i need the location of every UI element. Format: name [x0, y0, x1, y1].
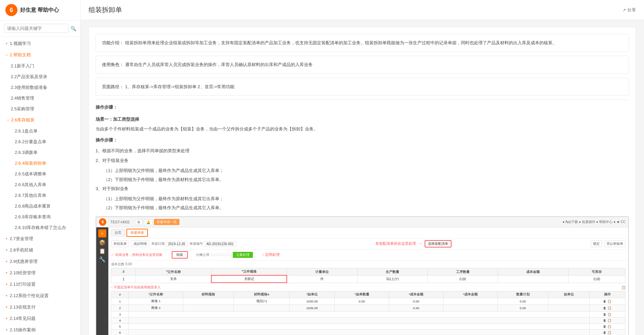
main-content: 组装拆卸单 ↗ 分享 功能介绍： 组装拆卸单用来处理企业组装或拆卸等加工业务，支…	[80, 0, 644, 335]
intro-label: 功能介绍：	[102, 40, 124, 45]
table-row: 3 🗑 📋	[111, 312, 626, 318]
sim-content-area: 自页 新建单据 本组装单 成品明细 单据日期 2019-12-26	[108, 227, 628, 335]
search-input[interactable]	[4, 24, 68, 33]
ops-label: 操作步骤：	[96, 136, 629, 144]
cases-expand-icon: +	[5, 328, 8, 332]
sim-lock-btn[interactable]: 锁定	[591, 240, 602, 247]
path-text: 1、库存核算->库存管理->组装拆卸单 2、首页->常用功能	[125, 84, 235, 89]
sidebar-item-stock-7[interactable]: 2.6.7其他出库单	[0, 190, 80, 201]
sim-col-cost: 成本金额	[498, 268, 569, 276]
sidebar-item-stock-4[interactable]: 2.6.4组装拆卸单	[0, 158, 80, 169]
sidebar-item-stock-8[interactable]: 2.6.8商品成本重算	[0, 201, 80, 212]
print-expand-icon: +	[5, 282, 8, 287]
sidebar-item-mobile[interactable]: + 2.8手机旺辅	[0, 244, 80, 256]
sim-tab-home[interactable]: 自页	[111, 229, 125, 236]
sim-docno-field: 单据编号 AD-20191226-001	[190, 241, 236, 247]
sim-top-right-icons: ● App下载 ● 拓展插件 ● 帮助中心 ● ★ CC	[562, 220, 626, 224]
share-button[interactable]: ↗ 分享	[623, 7, 636, 13]
sidebar-item-sales[interactable]: 2.4销售管理	[0, 93, 80, 104]
sim-nav-icon-1[interactable]: 📦	[99, 239, 106, 246]
sim-parent-spec-cell[interactable]: 关联记	[211, 275, 287, 283]
sim-allocate-input[interactable]	[211, 254, 231, 256]
search-area: 🔍	[0, 20, 80, 37]
sim-tab-new[interactable]: 新建单据	[126, 229, 148, 237]
table-row: 1 关禾 关联记 件 1以上(+) 0.00 0.00	[111, 275, 626, 283]
sidebar-item-finance[interactable]: + 2.7资金管理	[0, 233, 80, 244]
sidebar-item-print[interactable]: + 2.11打印设置	[0, 279, 80, 290]
sim-btn-product-detail[interactable]: 成品明细	[131, 240, 149, 247]
faq-expand-icon: +	[5, 316, 8, 321]
sidebar-item-stock-3[interactable]: 2.6.3调拨单	[0, 147, 80, 158]
table-row: 1 粮食 1 项目(+) 1030.00 0.00 0.00	[111, 298, 626, 305]
table-row: 6 🗑 📋	[111, 330, 626, 335]
search-button[interactable]: 🔍	[70, 26, 76, 31]
stock-collapse-icon: −	[7, 118, 9, 122]
sidebar-item-stock-5[interactable]: 2.6.5成本调整单	[0, 169, 80, 179]
payment-expand-icon: +	[5, 305, 8, 310]
screenshot: 6 TEST-H002 ⚙ 🔔 新建单据一览 ● App下载 ● 拓展插件 ● …	[96, 217, 629, 335]
sim-new-order-btn[interactable]: 新建单据一览	[154, 219, 179, 225]
divider-1	[96, 100, 629, 100]
sim-lower-table-area: ↑ 不固定清单可在组装明细里录入 📋 # *父	[111, 285, 626, 335]
sim-setting-icon[interactable]: ⚙	[135, 219, 143, 225]
sim-nav-icon-2[interactable]: 📋	[99, 248, 106, 254]
sim-upper-label: 成本总数 0.00	[111, 262, 626, 267]
sidebar-item-data[interactable]: 2.3使用前数据准备	[0, 82, 80, 93]
sim-nav-icon-3[interactable]: 🔧	[99, 256, 106, 263]
sidebar-item-ops[interactable]: + 2.10经营管理	[0, 267, 80, 279]
share-icon: ↗	[623, 8, 626, 12]
sidebar-item-stock-1[interactable]: 2.6.1盘点单	[0, 126, 80, 136]
sim-docno-input[interactable]: AD-20191226-001	[204, 241, 236, 247]
sim-date-input[interactable]: 2019-12-26	[166, 241, 187, 247]
step2-sub2: （2）下部明细为子件明细，最终作为原材料生成其它出库单。	[96, 176, 629, 183]
sim-col-proc-qty: 工序数量	[428, 268, 498, 276]
sim-assembly-list-btn[interactable]: 选择装配清单	[425, 240, 451, 247]
sim-logo: 6	[99, 218, 106, 226]
sim-btn-this-assembly[interactable]: 本组装单	[111, 240, 129, 247]
sidebar-item-stock-10[interactable]: 2.6.10库存账本错了怎么办	[0, 222, 80, 233]
intro-block: 功能介绍： 组装拆卸单用来处理企业组装或拆卸等加工业务，支持有固定装配清单的产品…	[96, 34, 629, 52]
sim-nav-home[interactable]: ≡	[98, 229, 106, 237]
sim-toolbar: 本组装单 成品明细 单据日期 2019-12-26 单据编号 AD-201912…	[108, 238, 628, 249]
step2-sub1: （1）上部明细为父件明细，最终作为产成品生成其它入库单；	[96, 167, 629, 174]
table-row: 4 🗑 📋	[111, 318, 626, 324]
sim-confirm-btn[interactable]: 立案处理	[233, 252, 253, 258]
sim-deny-btn[interactable]: 否认审核单	[604, 240, 626, 247]
sidebar-item-payment[interactable]: + 2.13在线支付	[0, 301, 80, 313]
sidebar: 6 好生意 帮助中心 🔍 + 1.视频学习 − 2.帮助文档 2.1新手入门 2…	[0, 0, 80, 335]
sim-col-unit: 计量单位	[287, 268, 357, 276]
step3-sub2: （2）下部明细为子件明细，最终作为产成品生成其它入库单。	[96, 204, 629, 212]
sim-lower-table: # *父件名称 材料规格 材料规格4 *如单位 *如单数量 *成本金额 *成本金…	[111, 291, 626, 335]
custom-expand-icon: +	[5, 293, 8, 298]
sidebar-item-coupon[interactable]: + 2.9优惠券管理	[0, 256, 80, 267]
screenshot-container: 6 TEST-H002 ⚙ 🔔 新建单据一览 ● App下载 ● 拓展插件 ● …	[96, 216, 629, 335]
sidebar-item-purchase[interactable]: 2.5采购管理	[0, 104, 80, 114]
coupon-expand-icon: +	[5, 259, 8, 264]
sidebar-item-stock[interactable]: − 2.6库存核算	[0, 114, 80, 126]
sidebar-item-video[interactable]: + 1.视频学习	[0, 38, 80, 49]
sidebar-item-faq[interactable]: + 2.14常见问题	[0, 313, 80, 324]
sim-main-area: ≡ 📦 📋 🔧 自页 新建单据	[96, 227, 628, 335]
sim-date-field: 单据日期 2019-12-26	[151, 241, 187, 247]
sim-col-stock: 可库存	[568, 268, 625, 276]
sidebar-item-stock-2[interactable]: 2.6.2分量盘点单	[0, 136, 80, 147]
sim-notification-icon[interactable]: 🔔	[144, 219, 153, 225]
step3: 3、对于拆卸业务	[96, 185, 629, 192]
path-label: 页面路径：	[102, 84, 124, 89]
table-row: 5 🗑 📋	[111, 324, 626, 330]
content-header: 组装拆卸单 ↗ 分享	[80, 0, 644, 20]
page-title: 组装拆卸单	[89, 5, 122, 14]
sidebar-item-custom[interactable]: + 2.12系统个性化设置	[0, 290, 80, 301]
ops-expand-icon: +	[5, 271, 8, 275]
sidebar-item-beginner[interactable]: 2.1新手入门	[0, 61, 80, 71]
sidebar-item-cases[interactable]: + 2.15操作案例	[0, 324, 80, 335]
sim-app-id: TEST-H002	[110, 220, 129, 224]
content-body: 功能介绍： 组装拆卸单用来处理企业组装或拆卸等加工业务，支持有固定装配清单的产品…	[80, 20, 644, 335]
sim-topbar: 6 TEST-H002 ⚙ 🔔 新建单据一览 ● App下载 ● 拓展插件 ● …	[96, 217, 628, 227]
sidebar-item-docs[interactable]: − 2.帮助文档	[0, 49, 80, 61]
sim-assembly-type-btn[interactable]: 组装	[172, 251, 188, 259]
sidebar-item-stock-6[interactable]: 2.6.6其他入库单	[0, 179, 80, 190]
sidebar-item-install[interactable]: 2.2产品安装及登录	[0, 71, 80, 82]
sidebar-item-stock-9[interactable]: 2.6.9库存账本查询	[0, 212, 80, 222]
logo-icon: 6	[5, 4, 17, 16]
